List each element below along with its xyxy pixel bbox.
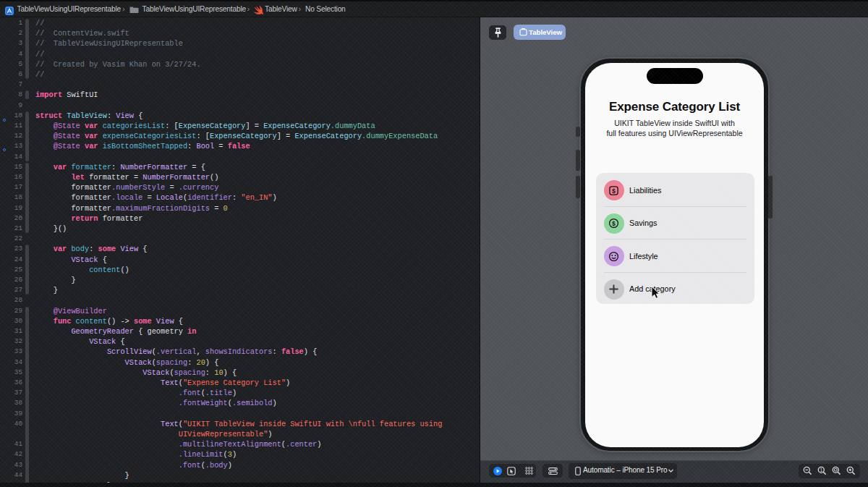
svg-text:$: $ xyxy=(612,187,616,194)
svg-text:1: 1 xyxy=(820,467,822,473)
svg-text:$: $ xyxy=(612,220,616,227)
